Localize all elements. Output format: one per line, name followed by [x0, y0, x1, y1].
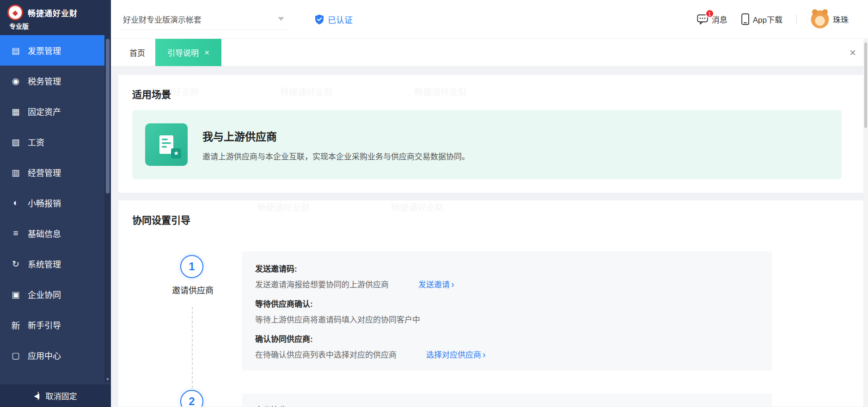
sidebar-item-label: 工资 [28, 136, 44, 148]
tax-icon: ◉ [10, 76, 21, 86]
shield-icon [315, 14, 324, 24]
unpin-icon: ◀▏ [34, 392, 42, 400]
messages-button[interactable]: 1 消息 [697, 13, 727, 25]
sidebar-item-business[interactable]: ▥ 经营管理 [0, 157, 111, 188]
scroll-down-icon[interactable]: ▼ [104, 377, 111, 382]
watermark: 畅捷通好业财 [257, 200, 310, 213]
step-number: 1 [189, 260, 195, 273]
sidebar-item-app-center[interactable]: ▢ 应用中心 [0, 340, 111, 371]
sidebar-item-salary[interactable]: ▧ 工资 [0, 127, 111, 157]
topbar: 好业财专业版演示帐套 已认证 1 [111, 0, 868, 39]
watermark: 畅捷通好业财 [391, 200, 444, 213]
guide-item-title: 确认协同供应商: [255, 333, 759, 344]
sidebar-item-label: 企业协同 [28, 288, 61, 300]
collaboration-icon: ▣ [10, 289, 21, 300]
sidebar-scrollbar[interactable]: ▼ [104, 35, 111, 383]
step-2-panel: 商品接收: [242, 394, 772, 407]
sidebar-item-reimburse[interactable]: ◐ 小畅报销 [0, 188, 111, 218]
sidebar-item-label: 经营管理 [28, 166, 61, 178]
tab-guide[interactable]: 引导说明 × [155, 39, 221, 66]
brand-logo-icon: ◆ [7, 5, 23, 20]
guide-item-send-code: 发送邀请码: 发送邀请海报给想要协同的上游供应商 发送邀请 › [255, 262, 759, 290]
tab-label: 引导说明 [167, 47, 199, 58]
select-supplier-link[interactable]: 选择对应供应商 › [426, 348, 486, 360]
sidebar-item-label: 发票管理 [28, 44, 61, 56]
sidebar: ◆ 畅捷通好业财 专业版 ▤ 发票管理 ◉ 税务管理 ▦ 固定资产 ▧ 工资 [0, 0, 111, 407]
star-icon: ★ [171, 148, 181, 158]
unpin-label: 取消固定 [46, 390, 77, 401]
divider [796, 14, 797, 25]
send-invite-link[interactable]: 发送邀请 › [418, 278, 454, 290]
sidebar-item-basic-info[interactable]: ≡ 基础信息 [0, 218, 111, 249]
chevron-right-icon: › [451, 279, 454, 289]
business-icon: ▥ [10, 167, 21, 178]
avatar [811, 10, 829, 29]
app-center-icon: ▢ [10, 350, 21, 361]
section-title-guide: 协同设置引导 [132, 213, 850, 226]
sidebar-item-fixed-assets[interactable]: ▦ 固定资产 [0, 96, 111, 127]
phone-icon [741, 13, 749, 25]
tab-home[interactable]: 首页 [119, 39, 155, 66]
chevron-right-icon: › [483, 350, 486, 359]
account-set-value: 好业财专业版演示帐套 [123, 13, 202, 25]
sidebar-item-collaboration[interactable]: ▣ 企业协同 [0, 279, 111, 310]
step-number: 2 [189, 395, 195, 407]
scenario-section: 畅捷通好业财 畅捷通好业财 畅捷通好业财 适用场景 ★ 我与上游供应商 邀请上游… [118, 75, 863, 193]
sidebar-item-label: 基础信息 [28, 227, 61, 239]
app-download-button[interactable]: App下载 [741, 13, 782, 25]
scenario-card-desc: 邀请上游供应商与本企业互联，实现本企业采购业务与供应商交易数据协同。 [202, 150, 470, 162]
topbar-actions: 1 消息 App下载 珠珠 [697, 10, 849, 29]
user-name: 珠珠 [833, 13, 849, 25]
tab-label: 首页 [129, 47, 145, 58]
system-icon: ↻ [10, 259, 21, 269]
step-2-circle: 2 [180, 390, 203, 407]
verified-badge: 已认证 [315, 13, 353, 25]
guide-item-title: 发送邀请码: [255, 262, 759, 274]
basic-info-icon: ≡ [10, 228, 21, 238]
guide-item-desc: 在待确认供应商列表中选择对应的供应商 [255, 348, 397, 360]
sidebar-item-label: 小畅报销 [28, 197, 61, 209]
tabbar: 首页 引导说明 × × [111, 39, 868, 67]
step-1-panel: 发送邀请码: 发送邀请海报给想要协同的上游供应商 发送邀请 › 等待供应商确认: [242, 251, 772, 371]
guide-item-desc: 发送邀请海报给想要协同的上游供应商 [255, 278, 389, 290]
close-tabs-button[interactable]: × [850, 39, 856, 66]
message-count-badge: 1 [705, 9, 714, 18]
sidebar-scrollbar-thumb[interactable] [106, 39, 110, 194]
main-content: 畅捷通好业财 畅捷通好业财 畅捷通好业财 适用场景 ★ 我与上游供应商 邀请上游… [111, 67, 868, 407]
guide-item-goods-receive: 商品接收: [255, 404, 759, 407]
sidebar-menu: ▤ 发票管理 ◉ 税务管理 ▦ 固定资产 ▧ 工资 ▥ 经营管理 ◐ 小畅报销 [0, 35, 111, 371]
page-scrollbar[interactable] [863, 39, 868, 407]
sidebar-item-system[interactable]: ↻ 系统管理 [0, 249, 111, 279]
guide-steps: 1 邀请供应商 2 发送邀请码: 发送邀请海报给想要协同的上游供应商 发送邀请 [132, 237, 850, 407]
guide-item-desc: 等待上游供应商将邀请码填入对应的协同客户中 [255, 313, 420, 325]
chevron-down-icon [278, 17, 284, 21]
sidebar-item-label: 新手引导 [28, 319, 61, 331]
section-title-scenario: 适用场景 [132, 87, 850, 101]
sidebar-item-tax[interactable]: ◉ 税务管理 [0, 66, 111, 96]
salary-icon: ▧ [10, 137, 21, 147]
account-set-select[interactable]: 好业财专业版演示帐套 [119, 9, 288, 30]
sidebar-item-label: 税务管理 [28, 75, 61, 87]
app-root: ◆ 畅捷通好业财 专业版 ▤ 发票管理 ◉ 税务管理 ▦ 固定资产 ▧ 工资 [0, 0, 868, 407]
step-1-label: 邀请供应商 [153, 284, 232, 296]
reimburse-icon: ◐ [10, 198, 21, 208]
step-1-circle: 1 [180, 255, 203, 278]
supplier-document-icon: ★ [145, 123, 188, 166]
brand-name: 畅捷通好业财 [28, 7, 78, 18]
sidebar-item-label: 应用中心 [28, 349, 61, 361]
sidebar-item-label: 系统管理 [28, 258, 61, 270]
messages-label: 消息 [712, 13, 727, 25]
guide-item-title: 商品接收: [255, 404, 759, 407]
user-menu[interactable]: 珠珠 [811, 10, 849, 29]
scenario-card: ★ 我与上游供应商 邀请上游供应商与本企业互联，实现本企业采购业务与供应商交易数… [132, 110, 842, 179]
sidebar-item-invoice[interactable]: ▤ 发票管理 [0, 35, 111, 66]
guide-item-title: 等待供应商确认: [255, 298, 759, 309]
verified-label: 已认证 [328, 13, 353, 25]
guide-section: 畅捷通好业财 畅捷通好业财 协同设置引导 1 邀请供应商 2 发送邀请码: 发送… [118, 200, 863, 407]
tab-close-icon[interactable]: × [204, 48, 209, 57]
beginner-guide-icon: 新 [10, 319, 21, 331]
app-logo: ◆ 畅捷通好业财 专业版 [0, 0, 111, 35]
unpin-sidebar-button[interactable]: ◀▏ 取消固定 [0, 384, 111, 407]
sidebar-item-beginner-guide[interactable]: 新 新手引导 [0, 310, 111, 340]
page-scrollbar-thumb[interactable] [864, 43, 867, 128]
